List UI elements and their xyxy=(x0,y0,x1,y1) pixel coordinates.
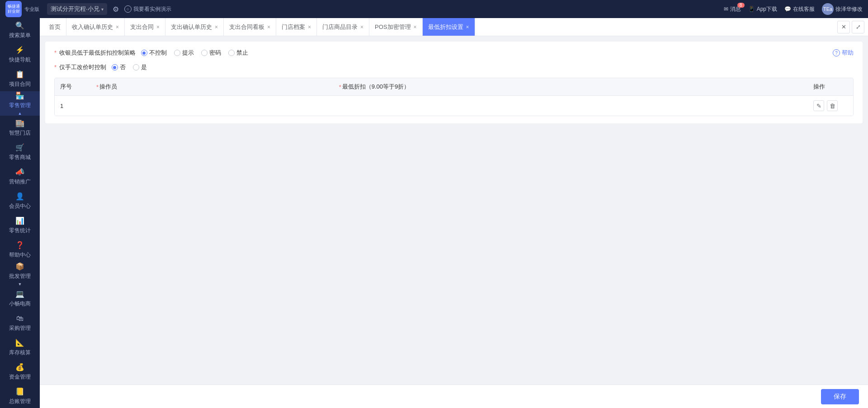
tab-expense-confirm-history[interactable]: 支出确认单历史 × xyxy=(165,18,224,36)
discount-table: 序号 * 操作员 * 最低折扣（9.00等于9折） 操作 xyxy=(54,78,854,116)
main-body: 🔍 搜索菜单 ⚡ 快捷导航 📋 项目合同 🏪 零售管理 ▲ 🏬 智慧门店 � xyxy=(0,18,868,408)
tab-label: 支出合同 xyxy=(130,23,154,31)
td-operator[interactable] xyxy=(91,102,334,109)
radio-yes[interactable]: 是 xyxy=(133,63,147,71)
sidebar-item-ledger[interactable]: 📒 总账管理 xyxy=(0,384,40,408)
demo-link[interactable]: ○ 我要看实例演示 xyxy=(124,5,171,13)
tab-min-discount[interactable]: 最低折扣设置 × xyxy=(423,18,475,36)
radio-no-control[interactable]: 不控制 xyxy=(141,49,167,57)
td-min-discount[interactable] xyxy=(334,102,808,109)
online-service-button[interactable]: 💬 在线客服 xyxy=(784,5,815,13)
tab-close-icon[interactable]: × xyxy=(267,24,270,30)
td-action: ✎ 🗑 xyxy=(808,97,853,115)
tab-label: 门店档案 xyxy=(282,23,305,31)
project-selector[interactable]: 测试分开完程·小兄 ▾ xyxy=(47,3,107,15)
radio-circle-no-control xyxy=(141,50,147,56)
retail-stat-icon: 📊 xyxy=(15,216,24,225)
sidebar-item-online-store[interactable]: 🛒 零售商城 xyxy=(0,140,40,164)
version-label: 专业版 xyxy=(24,6,39,13)
save-button[interactable]: 保存 xyxy=(821,389,859,404)
sidebar-item-retail[interactable]: 🏪 零售管理 ▲ xyxy=(0,91,40,116)
sidebar-item-retail-stat[interactable]: 📊 零售统计 xyxy=(0,213,40,238)
sidebar-item-label: 项目合同 xyxy=(9,80,31,88)
purchase-icon: 🛍 xyxy=(16,314,24,323)
project-name: 测试分开完程·小兄 xyxy=(51,5,99,13)
sidebar-item-member[interactable]: 👤 会员中心 xyxy=(0,189,40,213)
sidebar-item-label: 零售管理 xyxy=(9,102,31,109)
th-operator: * 操作员 xyxy=(91,78,334,95)
sidebar-item-label: 采购管理 xyxy=(9,324,31,332)
table-header: 序号 * 操作员 * 最低折扣（9.00等于9折） 操作 xyxy=(55,78,853,96)
tab-store-product-catalog[interactable]: 门店商品目录 × xyxy=(317,18,369,36)
help-button[interactable]: ? 帮助 xyxy=(833,49,854,57)
app-download-icon: 📱 xyxy=(748,6,755,12)
settings-icon[interactable]: ⚙ xyxy=(113,5,119,14)
tab-close-icon[interactable]: × xyxy=(360,24,363,30)
tab-close-icon[interactable]: × xyxy=(116,24,119,30)
sidebar-item-search[interactable]: 🔍 搜索菜单 xyxy=(0,18,40,42)
radio-circle-forbid xyxy=(228,50,235,56)
sidebar-item-ecommerce[interactable]: 💻 小畅电商 xyxy=(0,286,40,311)
sidebar-item-label: 搜索菜单 xyxy=(9,32,31,39)
user-menu[interactable]: TEa 徐泽华修改 xyxy=(822,3,863,15)
sidebar-item-help[interactable]: ❓ 帮助中心 xyxy=(0,238,40,262)
sidebar-item-label: 总账管理 xyxy=(9,398,31,405)
sidebar-item-shortcut[interactable]: ⚡ 快捷导航 xyxy=(0,42,40,67)
sidebar-item-marketing[interactable]: 📣 营销推广 xyxy=(0,164,40,189)
tab-pos-password[interactable]: POS加密管理 × xyxy=(369,18,422,36)
tab-close-icon[interactable]: × xyxy=(308,24,311,30)
radio-circle-no xyxy=(112,64,118,70)
sidebar-item-label: 库存核算 xyxy=(9,349,31,356)
sidebar-item-capital[interactable]: 💰 资金管理 xyxy=(0,360,40,384)
delete-button[interactable]: 🗑 xyxy=(827,100,838,111)
table-body: 1 ✎ xyxy=(55,96,853,116)
tab-close-icon[interactable]: × xyxy=(414,24,417,30)
message-badge: 8 xyxy=(737,3,745,8)
sidebar-item-label: 帮助中心 xyxy=(9,251,31,259)
strategy-label: * 收银员低于最低折扣控制策略 xyxy=(54,49,136,57)
online-service-label: 在线客服 xyxy=(793,5,815,13)
tab-expense-contract-board[interactable]: 支出合同看板 × xyxy=(224,18,276,36)
tab-close-icon[interactable]: × xyxy=(156,24,160,30)
radio-password[interactable]: 密码 xyxy=(201,49,221,57)
sidebar-item-smart-store[interactable]: 🏬 智慧门店 xyxy=(0,116,40,140)
help-circle-icon: ? xyxy=(833,49,840,56)
radio-forbid[interactable]: 禁止 xyxy=(228,49,248,57)
tab-expand-button[interactable]: ⤢ xyxy=(852,21,864,33)
tab-bar: 首页 收入确认单历史 × 支出合同 × 支出确认单历史 × 支出合同看板 × xyxy=(40,18,868,36)
radio-prompt[interactable]: 提示 xyxy=(174,49,194,57)
sidebar-item-purchase[interactable]: 🛍 采购管理 xyxy=(0,311,40,335)
form-row-manual-control: * 仅手工改价时控制 否 是 xyxy=(54,63,854,71)
message-icon: ✉ xyxy=(724,6,728,12)
sidebar-item-project[interactable]: 📋 项目合同 xyxy=(0,67,40,91)
sub-arrow-icon: ▲ xyxy=(18,111,22,116)
sidebar: 🔍 搜索菜单 ⚡ 快捷导航 📋 项目合同 🏪 零售管理 ▲ 🏬 智慧门店 � xyxy=(0,18,40,408)
sidebar-item-inventory[interactable]: 📐 库存核算 xyxy=(0,335,40,360)
manual-control-radio-group: 否 是 xyxy=(112,63,147,71)
strategy-radio-group: 不控制 提示 密码 禁 xyxy=(141,49,248,57)
th-min-discount: * 最低折扣（9.00等于9折） xyxy=(334,78,808,95)
message-button[interactable]: ✉ 消息 8 xyxy=(724,5,741,13)
tab-label: 支出确认单历史 xyxy=(171,23,212,31)
top-right-area: ✉ 消息 8 📱 App下载 💬 在线客服 TEa 徐泽华修改 xyxy=(724,3,863,15)
form-row-strategy: * 收银员低于最低折扣控制策略 不控制 提示 xyxy=(54,49,854,57)
delete-icon: 🗑 xyxy=(830,103,835,109)
tab-home[interactable]: 首页 xyxy=(43,18,66,36)
ecommerce-icon: 💻 xyxy=(15,290,24,298)
app-download-button[interactable]: 📱 App下载 xyxy=(748,5,777,13)
radio-no[interactable]: 否 xyxy=(112,63,126,71)
sidebar-item-wholesale[interactable]: 📦 批发管理 ▼ xyxy=(0,262,40,286)
tab-label: 门店商品目录 xyxy=(322,23,358,31)
td-seq: 1 xyxy=(55,99,91,113)
edit-button[interactable]: ✎ xyxy=(813,100,824,111)
app-download-label: App下载 xyxy=(757,5,777,13)
project-icon: 📋 xyxy=(15,70,24,79)
tab-close-icon[interactable]: × xyxy=(466,24,469,30)
tab-income-history[interactable]: 收入确认单历史 × xyxy=(66,18,125,36)
demo-circle-icon: ○ xyxy=(124,5,132,13)
tab-close-icon[interactable]: × xyxy=(215,24,218,30)
tab-expense-contract[interactable]: 支出合同 × xyxy=(125,18,165,36)
tab-store-file[interactable]: 门店档案 × xyxy=(276,18,317,36)
radio-circle-password xyxy=(201,50,208,56)
tab-close-all-button[interactable]: ✕ xyxy=(837,21,850,33)
